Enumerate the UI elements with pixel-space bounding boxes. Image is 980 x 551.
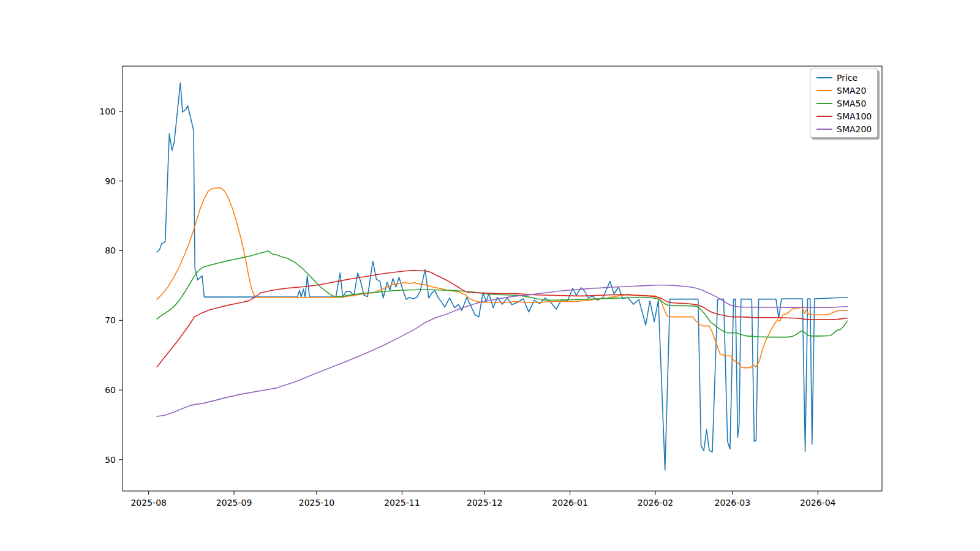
y-tick-label: 100 bbox=[99, 107, 116, 116]
legend-label-sma100: SMA100 bbox=[837, 112, 872, 121]
y-tick-label: 60 bbox=[105, 385, 116, 395]
y-tick-label: 50 bbox=[105, 455, 116, 465]
price-line-sample-icon bbox=[816, 77, 832, 78]
y-tick-label: 70 bbox=[105, 315, 116, 325]
x-tick-label: 2026-04 bbox=[800, 498, 836, 508]
legend-item-sma20: SMA20 bbox=[816, 86, 871, 95]
sma100-line-sample-icon bbox=[816, 116, 832, 117]
plot-frame bbox=[123, 66, 882, 491]
x-tick-label: 2026-03 bbox=[715, 498, 751, 508]
legend-label-sma50: SMA50 bbox=[837, 99, 866, 108]
x-tick-label: 2025-11 bbox=[384, 498, 420, 508]
legend-label-sma200: SMA200 bbox=[837, 125, 872, 133]
sma50-line bbox=[157, 251, 847, 337]
x-tick-label: 2025-12 bbox=[467, 498, 503, 508]
sma200-line-sample-icon bbox=[816, 129, 832, 130]
sma200-line bbox=[157, 285, 847, 417]
sma20-line bbox=[157, 188, 847, 368]
x-tick-label: 2026-01 bbox=[552, 498, 588, 508]
sma50-line-sample-icon bbox=[816, 103, 832, 104]
x-tick-label: 2025-08 bbox=[130, 498, 167, 508]
legend-item-price: Price bbox=[816, 73, 871, 82]
legend-item-sma100: SMA100 bbox=[816, 111, 871, 121]
x-tick-label: 2025-09 bbox=[216, 498, 252, 508]
legend-item-sma50: SMA50 bbox=[816, 99, 871, 108]
x-tick-label: 2025-10 bbox=[299, 498, 335, 508]
x-tick-label: 2026-02 bbox=[638, 498, 674, 508]
legend: Price SMA20 SMA50 SMA100 SMA200 bbox=[810, 69, 878, 138]
sma20-line-sample-icon bbox=[816, 90, 832, 91]
legend-item-sma200: SMA200 bbox=[816, 124, 871, 133]
price-line bbox=[157, 83, 847, 470]
sma100-line bbox=[157, 271, 847, 367]
y-tick-label: 90 bbox=[105, 176, 116, 186]
legend-label-sma20: SMA20 bbox=[837, 86, 866, 95]
legend-label-price: Price bbox=[837, 73, 858, 82]
y-tick-label: 80 bbox=[105, 246, 116, 255]
